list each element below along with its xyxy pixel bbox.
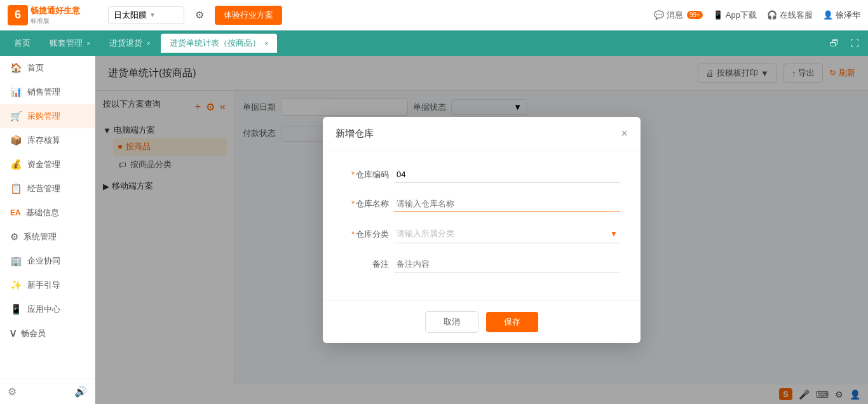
tab-home-label: 首页	[14, 37, 31, 49]
app-download-label: App下载	[726, 10, 757, 21]
tab-fullscreen-button[interactable]: ⛶	[846, 37, 863, 50]
inventory-icon: 📦	[10, 135, 22, 146]
sidebar-enterprise-label: 企业协同	[27, 255, 60, 267]
tab-bar: 首页 账套管理 × 进货退货 × 进货单统计表（按商品） × 🗗 ⛶	[0, 30, 868, 56]
tab-account-close[interactable]: ×	[86, 39, 90, 47]
note-label: 备注	[343, 259, 394, 270]
category-chevron-icon: ▼	[610, 229, 618, 238]
dialog-close-button[interactable]: ×	[621, 127, 628, 140]
sidebar-item-finance[interactable]: 💰 资金管理	[0, 152, 95, 177]
tab-purchase-stats[interactable]: 进货单统计表（按商品） ×	[161, 34, 277, 53]
sidebar-item-sales[interactable]: 📊 销售管理	[0, 80, 95, 104]
phone-icon: 📱	[713, 10, 723, 20]
cancel-button[interactable]: 取消	[425, 311, 478, 333]
online-service-button[interactable]: 🎧 在线客服	[767, 10, 813, 21]
user-profile-button[interactable]: 👤 徐泽华	[823, 10, 860, 21]
gear-button[interactable]: ⚙	[189, 5, 210, 25]
sidebar-inventory-label: 库存核算	[27, 135, 60, 146]
tab-purchase-return-close[interactable]: ×	[146, 39, 150, 47]
sidebar-item-guide[interactable]: ✨ 新手引导	[0, 273, 95, 297]
online-service-label: 在线客服	[780, 10, 813, 21]
sidebar-system-label: 系统管理	[24, 231, 57, 243]
enterprise-icon: 🏢	[10, 255, 22, 267]
category-placeholder: 请输入所属分类	[397, 228, 454, 239]
sales-icon: 📊	[10, 86, 22, 98]
tab-controls: 🗗 ⛶	[826, 37, 863, 50]
note-input[interactable]	[394, 256, 620, 273]
form-row-code: 仓库编码	[343, 166, 620, 183]
tab-purchase-return-label: 进货退货	[109, 37, 142, 49]
brand-sub: 标准版	[31, 17, 80, 25]
store-selector[interactable]: 日太阳膜 ▼	[108, 6, 184, 24]
sidebar-operation-label: 经营管理	[27, 183, 60, 194]
sidebar-item-inventory[interactable]: 📦 库存核算	[0, 128, 95, 152]
messages-button[interactable]: 💬 消息 99+	[654, 10, 703, 21]
sidebar-guide-label: 新手引导	[27, 279, 60, 291]
avatar-icon: 👤	[823, 10, 833, 20]
code-label: 仓库编码	[343, 169, 394, 180]
sidebar-item-app[interactable]: 📱 应用中心	[0, 297, 95, 321]
sidebar-item-enterprise[interactable]: 🏢 企业协同	[0, 249, 95, 273]
form-row-category: 仓库分类 请输入所属分类 ▼	[343, 225, 620, 243]
home-icon: 🏠	[10, 62, 22, 74]
basic-icon: EA	[10, 208, 21, 217]
logo-text: 畅捷通好生意 标准版	[31, 5, 80, 25]
category-select[interactable]: 请输入所属分类 ▼	[394, 225, 620, 243]
sidebar-home-label: 首页	[27, 62, 44, 74]
tab-purchase-stats-label: 进货单统计表（按商品）	[170, 37, 261, 49]
sidebar-item-home[interactable]: 🏠 首页	[0, 56, 95, 80]
logo-icon: 6	[8, 5, 28, 25]
sidebar-basic-label: 基础信息	[26, 207, 59, 219]
vip-icon: V	[10, 328, 16, 339]
chevron-down-icon: ▼	[149, 11, 156, 18]
message-icon: 💬	[654, 10, 664, 20]
finance-icon: 💰	[10, 159, 22, 170]
sidebar-bottom: ⚙ 🔊	[0, 379, 95, 404]
tab-restore-button[interactable]: 🗗	[826, 37, 843, 50]
name-label: 仓库名称	[343, 198, 394, 210]
sidebar-finance-label: 资金管理	[27, 159, 60, 170]
save-button[interactable]: 保存	[486, 312, 538, 332]
form-row-note: 备注	[343, 256, 620, 273]
tab-home[interactable]: 首页	[5, 34, 39, 53]
app-download-button[interactable]: 📱 App下载	[713, 10, 757, 21]
add-warehouse-dialog: 新增仓库 × 仓库编码 仓库名称 仓库分类 请输入所属分	[323, 117, 641, 343]
top-navigation: 6 畅捷通好生意 标准版 日太阳膜 ▼ ⚙ 体验行业方案 💬 消息 99+ 📱 …	[0, 0, 868, 30]
username-label: 徐泽华	[836, 10, 860, 21]
operation-icon: 📋	[10, 183, 22, 194]
sidebar-item-basic[interactable]: EA 基础信息	[0, 201, 95, 225]
code-input[interactable]	[394, 166, 620, 183]
tab-account[interactable]: 账套管理 ×	[41, 34, 99, 53]
trial-button[interactable]: 体验行业方案	[215, 6, 282, 25]
sidebar-sales-label: 销售管理	[27, 86, 60, 98]
guide-icon: ✨	[10, 279, 22, 291]
tab-account-label: 账套管理	[50, 37, 83, 49]
dialog-title: 新增仓库	[336, 128, 374, 140]
sidebar-item-operation[interactable]: 📋 经营管理	[0, 177, 95, 201]
purchase-icon: 🛒	[10, 111, 22, 122]
sidebar-purchase-label: 采购管理	[27, 111, 60, 122]
brand-name: 畅捷通好生意	[31, 5, 80, 17]
sidebar-app-label: 应用中心	[27, 304, 60, 315]
sidebar-settings-icon[interactable]: ⚙	[8, 386, 17, 398]
sidebar-item-purchase[interactable]: 🛒 采购管理	[0, 104, 95, 128]
dialog-header: 新增仓库 ×	[323, 117, 641, 151]
name-input[interactable]	[394, 196, 620, 212]
sidebar-item-system[interactable]: ⚙ 系统管理	[0, 225, 95, 249]
tab-purchase-return[interactable]: 进货退货 ×	[100, 34, 159, 53]
headset-icon: 🎧	[767, 10, 777, 20]
messages-badge: 99+	[687, 11, 703, 19]
messages-label: 消息	[667, 10, 683, 21]
top-right-actions: 💬 消息 99+ 📱 App下载 🎧 在线客服 👤 徐泽华	[654, 10, 860, 21]
category-label: 仓库分类	[343, 229, 394, 240]
logo-area: 6 畅捷通好生意 标准版	[8, 5, 103, 25]
sidebar: 🏠 首页 📊 销售管理 🛒 采购管理 📦 库存核算 💰 资金管理 📋 经营管理 …	[0, 56, 95, 404]
system-icon: ⚙	[10, 231, 18, 243]
sidebar-collapse-icon[interactable]: 🔊	[74, 386, 87, 398]
form-row-name: 仓库名称	[343, 196, 620, 212]
tab-purchase-stats-close[interactable]: ×	[264, 39, 268, 47]
app-icon: 📱	[10, 304, 22, 315]
sidebar-item-vip[interactable]: V 畅会员	[0, 321, 95, 346]
main-layout: 🏠 首页 📊 销售管理 🛒 采购管理 📦 库存核算 💰 资金管理 📋 经营管理 …	[0, 56, 868, 404]
store-name: 日太阳膜	[114, 10, 147, 21]
